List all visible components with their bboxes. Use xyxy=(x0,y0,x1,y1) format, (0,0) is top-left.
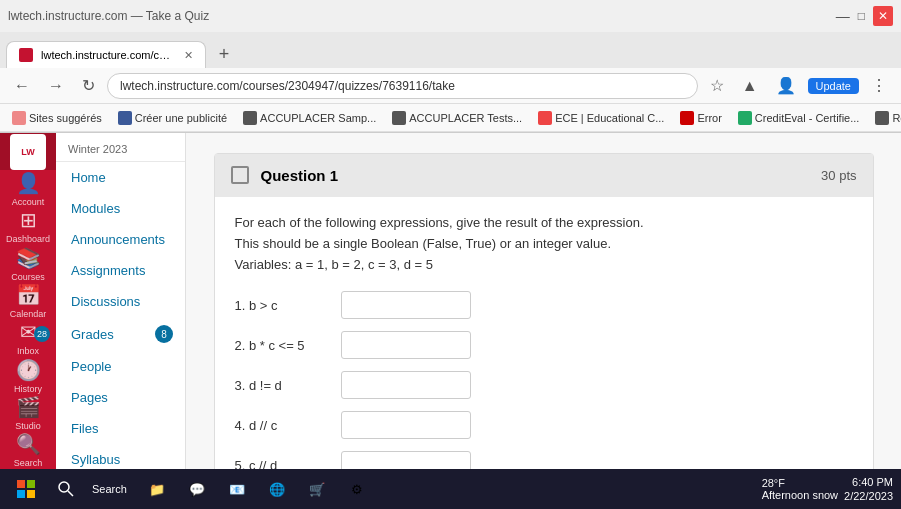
nav-item-announcements[interactable]: Announcements xyxy=(56,224,185,255)
nav-item-grades[interactable]: Grades 8 xyxy=(56,317,185,351)
nav-item-modules[interactable]: Modules xyxy=(56,193,185,224)
search-taskbar-btn[interactable] xyxy=(48,474,84,504)
menu-btn[interactable]: ⋮ xyxy=(865,74,893,97)
bookmark-sites[interactable]: Sites suggérés xyxy=(8,109,106,127)
nav-item-files[interactable]: Files xyxy=(56,413,185,444)
new-tab-btn[interactable]: + xyxy=(210,40,238,68)
browser-tab[interactable]: lwtech.instructure.com/courses/2304947/q… xyxy=(6,41,206,68)
nav-item-discussions[interactable]: Discussions xyxy=(56,286,185,317)
bookmark-resume[interactable]: Resume xyxy=(871,109,901,127)
taskbar-apps-btn[interactable]: ⚙ xyxy=(339,474,375,504)
bookmark-icon xyxy=(680,111,694,125)
taskbar-clock: 6:40 PM 2/22/2023 xyxy=(844,475,893,504)
bookmark-label: CreditEval - Certifie... xyxy=(755,112,860,124)
nav-label-announcements: Announcements xyxy=(71,232,165,247)
nav-label-people: People xyxy=(71,359,111,374)
canvas-logo[interactable]: LW xyxy=(0,133,56,170)
gn-label-studio: Studio xyxy=(15,421,41,431)
logo-inner: LW xyxy=(10,134,46,170)
window-title: lwtech.instructure.com — Take a Quiz xyxy=(8,9,209,23)
nav-item-people[interactable]: People xyxy=(56,351,185,382)
clock-time: 6:40 PM xyxy=(844,475,893,489)
nav-label-home: Home xyxy=(71,170,106,185)
windows-logo-icon xyxy=(17,480,35,498)
bookmark-label: ACCUPLACER Tests... xyxy=(409,112,522,124)
question-label-5: 5. c // d xyxy=(235,458,325,469)
gn-item-account[interactable]: 👤 Account xyxy=(0,170,56,207)
question-label-4: 4. d // c xyxy=(235,418,325,433)
desc-variables: Variables: a = 1, b = 2, c = 3, d = 5 xyxy=(235,255,853,276)
gn-label-history: History xyxy=(14,384,42,394)
search-taskbar-icon xyxy=(58,481,74,497)
studio-icon: 🎬 xyxy=(16,395,41,419)
address-bar[interactable] xyxy=(107,73,698,99)
extensions-btn[interactable]: ▲ xyxy=(736,75,764,97)
gn-item-inbox[interactable]: ✉ 28 Inbox xyxy=(0,320,56,357)
gn-item-history[interactable]: 🕐 History xyxy=(0,357,56,394)
question-row-1: 1. b > c xyxy=(235,291,853,319)
nav-item-syllabus[interactable]: Syllabus xyxy=(56,444,185,469)
taskbar-weather-desc: Afternoon snow xyxy=(762,489,838,501)
taskbar-browser-btn[interactable]: 🌐 xyxy=(259,474,295,504)
taskbar-weather: 28°F Afternoon snow xyxy=(762,477,838,501)
calendar-icon: 📅 xyxy=(16,283,41,307)
update-btn[interactable]: Update xyxy=(808,78,859,94)
gn-item-dashboard[interactable]: ⊞ Dashboard xyxy=(0,208,56,245)
profile-btn[interactable]: 👤 xyxy=(770,74,802,97)
dashboard-icon: ⊞ xyxy=(20,208,37,232)
question-label-3: 3. d != d xyxy=(235,378,325,393)
title-bar: lwtech.instructure.com — Take a Quiz — □… xyxy=(0,0,901,32)
nav-item-pages[interactable]: Pages xyxy=(56,382,185,413)
taskbar-chat-btn[interactable]: 💬 xyxy=(179,474,215,504)
taskbar-left: Search 📁 💬 📧 🌐 🛒 ⚙ xyxy=(8,471,375,507)
bookmark-fb-ad[interactable]: Créer une publicité xyxy=(114,109,231,127)
back-btn[interactable]: ← xyxy=(8,75,36,97)
bookmark-icon xyxy=(12,111,26,125)
window-controls[interactable]: — □ ✕ xyxy=(836,6,893,26)
bookmark-icon xyxy=(538,111,552,125)
gn-item-calendar[interactable]: 📅 Calendar xyxy=(0,282,56,319)
taskbar-store-btn[interactable]: 🛒 xyxy=(299,474,335,504)
answer-input-2[interactable] xyxy=(341,331,471,359)
forward-btn[interactable]: → xyxy=(42,75,70,97)
svg-rect-1 xyxy=(27,480,35,488)
answer-input-5[interactable] xyxy=(341,451,471,469)
minimize-btn[interactable]: — xyxy=(836,6,850,26)
nav-item-assignments[interactable]: Assignments xyxy=(56,255,185,286)
gn-item-search[interactable]: 🔍 Search xyxy=(0,432,56,469)
account-icon: 👤 xyxy=(16,171,41,195)
maximize-btn[interactable]: □ xyxy=(858,6,865,26)
answer-input-1[interactable] xyxy=(341,291,471,319)
bookmark-accuplacer1[interactable]: ACCUPLACER Samp... xyxy=(239,109,380,127)
start-button[interactable] xyxy=(8,471,44,507)
question-header: Question 1 30 pts xyxy=(215,154,873,197)
taskbar-mail-btn[interactable]: 📧 xyxy=(219,474,255,504)
question-title: Question 1 xyxy=(261,167,822,184)
bookmark-icon xyxy=(392,111,406,125)
global-nav: LW 👤 Account ⊞ Dashboard 📚 Courses 📅 Cal… xyxy=(0,133,56,469)
answer-input-3[interactable] xyxy=(341,371,471,399)
bookmark-ece[interactable]: ECE | Educational C... xyxy=(534,109,668,127)
close-btn[interactable]: ✕ xyxy=(873,6,893,26)
question-body: For each of the following expressions, g… xyxy=(215,197,873,469)
bookmark-btn[interactable]: ☆ xyxy=(704,74,730,97)
navigation-bar: ← → ↻ ☆ ▲ 👤 Update ⋮ xyxy=(0,68,901,104)
question-checkbox[interactable] xyxy=(231,166,249,184)
reload-btn[interactable]: ↻ xyxy=(76,74,101,97)
tab-close-btn[interactable]: ✕ xyxy=(184,49,193,62)
answer-input-4[interactable] xyxy=(341,411,471,439)
svg-rect-3 xyxy=(27,490,35,498)
bookmark-icon xyxy=(118,111,132,125)
taskbar-files-btn[interactable]: 📁 xyxy=(139,474,175,504)
browser-chrome: lwtech.instructure.com — Take a Quiz — □… xyxy=(0,0,901,133)
bookmark-icon xyxy=(243,111,257,125)
gn-item-studio[interactable]: 🎬 Studio xyxy=(0,394,56,431)
bookmark-accuplacer2[interactable]: ACCUPLACER Tests... xyxy=(388,109,526,127)
question-row-3: 3. d != d xyxy=(235,371,853,399)
gn-item-courses[interactable]: 📚 Courses xyxy=(0,245,56,282)
nav-item-home[interactable]: Home xyxy=(56,162,185,193)
bookmark-crediteval[interactable]: CreditEval - Certifie... xyxy=(734,109,864,127)
content-inner: Question 1 30 pts For each of the follow… xyxy=(194,153,894,469)
bookmark-error[interactable]: Error xyxy=(676,109,725,127)
title-bar-left: lwtech.instructure.com — Take a Quiz xyxy=(8,9,209,23)
